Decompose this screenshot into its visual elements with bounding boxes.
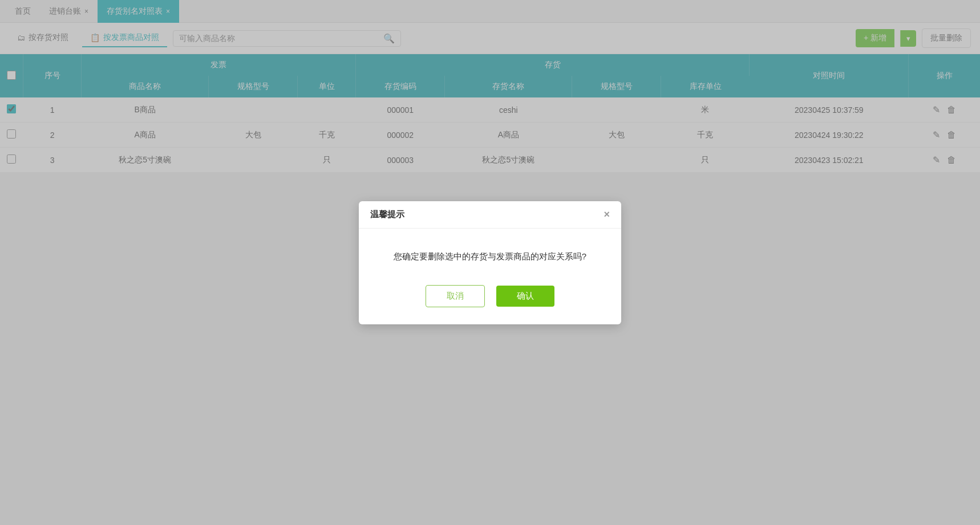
overlay: 温馨提示 × 您确定要删除选中的存货与发票商品的对应关系吗? 取消 确认 [0, 0, 980, 173]
